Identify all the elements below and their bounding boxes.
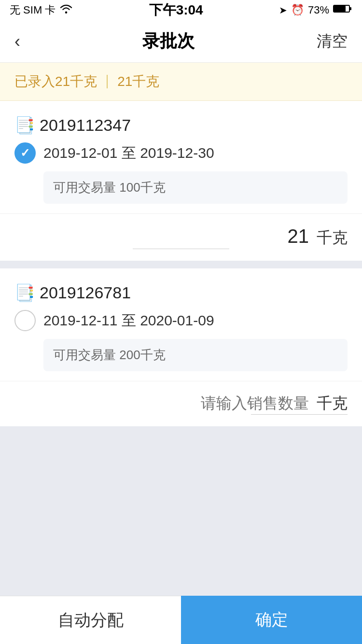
card2-date-row: 2019-12-11 至 2020-01-09 xyxy=(14,310,348,331)
battery-text: 73% xyxy=(308,4,329,16)
card2-header: 📑 2019126781 xyxy=(14,283,348,302)
card1-date-row: ✓ 2019-12-01 至 2019-12-30 xyxy=(14,142,348,164)
amount-underline xyxy=(133,249,229,249)
back-button[interactable]: ‹ xyxy=(14,31,20,52)
confirm-button[interactable]: 确定 xyxy=(181,596,362,644)
status-bar: 无 SIM 卡 下午3:04 ➤ ⏰ 73% xyxy=(0,0,362,20)
card2-id: 2019126781 xyxy=(40,283,131,302)
alarm-icon: ⏰ xyxy=(291,4,304,16)
check-mark: ✓ xyxy=(20,146,30,160)
card2-available: 可用交易量 200千克 xyxy=(43,339,348,371)
card2-radio[interactable] xyxy=(14,310,36,331)
status-right: ➤ ⏰ 73% xyxy=(279,4,352,16)
sale-quantity-input[interactable] xyxy=(164,394,309,412)
auto-distribute-button[interactable]: 自动分配 xyxy=(0,596,181,644)
no-sim-text: 无 SIM 卡 xyxy=(10,3,56,17)
card-divider xyxy=(0,261,362,268)
card1-amount-value: 21 xyxy=(288,225,309,247)
card2-date-range: 2019-12-11 至 2020-01-09 xyxy=(43,311,214,331)
card1-icon: 📑 xyxy=(14,115,35,135)
total-amount: 21千克 xyxy=(117,72,159,91)
svg-rect-2 xyxy=(334,6,346,12)
bottom-bar: 自动分配 确定 xyxy=(0,596,362,644)
card1-header: 📑 2019112347 xyxy=(14,115,348,135)
status-time: 下午3:04 xyxy=(149,1,203,19)
card1-available: 可用交易量 100千克 xyxy=(43,171,348,204)
card1-radio[interactable]: ✓ xyxy=(14,142,36,164)
battery-icon xyxy=(333,4,352,16)
card1-amount-unit: 千克 xyxy=(317,227,348,249)
card1-id: 2019112347 xyxy=(40,116,131,135)
input-underline xyxy=(251,414,348,415)
svg-rect-1 xyxy=(349,7,351,10)
nav-bar: ‹ 录批次 清空 xyxy=(0,20,362,63)
info-divider xyxy=(107,75,108,88)
page-title: 录批次 xyxy=(142,29,195,53)
wifi-icon xyxy=(59,4,73,16)
clear-button[interactable]: 清空 xyxy=(317,31,348,52)
card2-input-row: 千克 xyxy=(0,381,362,426)
batch-card-2: 📑 2019126781 2019-12-11 至 2020-01-09 可用交… xyxy=(0,268,362,381)
location-icon: ➤ xyxy=(279,4,287,16)
info-banner: 已录入21千克 21千克 xyxy=(0,63,362,101)
card2-unit: 千克 xyxy=(317,393,348,414)
batch-card-1: 📑 2019112347 ✓ 2019-12-01 至 2019-12-30 可… xyxy=(0,101,362,213)
card1-date-range: 2019-12-01 至 2019-12-30 xyxy=(43,143,214,163)
status-left: 无 SIM 卡 xyxy=(10,3,73,17)
card2-icon: 📑 xyxy=(14,283,35,302)
card1-amount-row: 21 千克 xyxy=(0,213,362,261)
recorded-amount: 已录入21千克 xyxy=(14,72,97,91)
